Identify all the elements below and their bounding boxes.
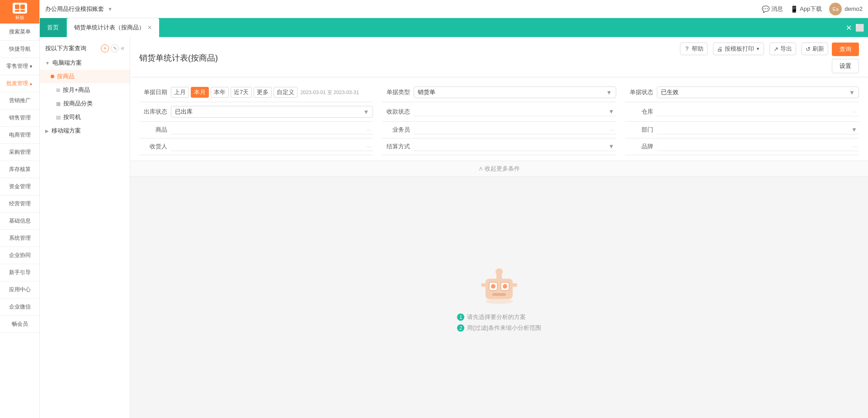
page-actions: ？ 帮助 🖨 按模板打印 ▼ ↗ 导出 [680, 43, 828, 55]
date-btn-this-year[interactable]: 本年 [211, 87, 229, 98]
filter-doc-status: 单据状态 已生效 ▼ [625, 83, 859, 102]
date-btn-custom[interactable]: 自定义 [274, 87, 297, 98]
tab-sales-stat[interactable]: 销货单统计计表（按商品） ✕ [67, 18, 159, 37]
date-btn-this-month[interactable]: 本月 [191, 87, 209, 98]
query-button[interactable]: 查询 [832, 43, 859, 56]
left-panel-header: 按以下方案查询 + ✎ « [40, 41, 130, 56]
tree-item-by-product-category[interactable]: ▦ 按商品分类 [40, 97, 130, 110]
receiver-dots-icon[interactable]: ··· [366, 143, 371, 150]
tab-close-icon[interactable]: ✕ [147, 24, 152, 31]
refresh-icon: ↺ [806, 46, 811, 52]
date-btn-last-7days[interactable]: 近7天 [231, 87, 252, 98]
receiver-control[interactable]: ··· [171, 142, 373, 151]
payment-status-control[interactable]: ▼ [414, 107, 616, 116]
user-menu[interactable]: Ea demo2 [829, 3, 863, 15]
sidebar-item-wholesale[interactable]: 批发管理 ▲ [0, 75, 39, 92]
sidebar-item-retail[interactable]: 零售管理 ▼ [0, 58, 39, 75]
sidebar-item-operation[interactable]: 经营管理 [0, 195, 39, 213]
topbar: 办公用品行业模拟账套 ▼ 💬 消息 📱 App下载 Ea demo2 [40, 0, 868, 18]
industry-dropdown-icon[interactable]: ▼ [108, 6, 113, 12]
tree-item-by-month-product[interactable]: ⊞ 按月+商品 [40, 83, 130, 97]
filter-section: 单据日期 上月 本月 本年 近7天 更多 自定义 20 [130, 77, 868, 161]
tab-maximize-btn[interactable]: ⬜ [855, 24, 864, 32]
svg-rect-10 [492, 293, 506, 296]
date-btn-last-month[interactable]: 上月 [171, 87, 189, 98]
doc-type-control[interactable]: 销货单 ▼ [414, 86, 616, 98]
help-icon: ？ [684, 45, 690, 53]
tree-group-pc-label: 电脑端方案 [52, 59, 82, 67]
payment-method-chevron-icon[interactable]: ▼ [609, 143, 614, 150]
department-control[interactable]: ▼ [657, 125, 859, 134]
print-chevron-icon: ▼ [756, 47, 760, 51]
sidebar-item-enterprise-wechat[interactable]: 企业微信 [0, 299, 39, 316]
sidebar-item-ecommerce[interactable]: 电商管理 [0, 127, 39, 144]
date-btn-more[interactable]: 更多 [254, 87, 272, 98]
collapse-left-btn[interactable]: « [121, 44, 124, 52]
svg-rect-3 [20, 10, 25, 12]
tab-home[interactable]: 首页 [40, 18, 66, 37]
tab-close-window-btn[interactable]: ✕ [846, 24, 852, 32]
salesperson-dots-icon[interactable]: ··· [609, 126, 614, 133]
sidebar-item-system[interactable]: 系统管理 [0, 230, 39, 247]
product-control[interactable]: ··· [171, 125, 373, 134]
right-panel: 销货单统计表(按商品) ？ 帮助 🖨 按模板打印 ▼ [130, 37, 868, 418]
app-download-btn[interactable]: 📱 App下载 [790, 5, 822, 13]
refresh-btn[interactable]: ↺ 刷新 [802, 43, 828, 55]
sidebar-item-quick-nav[interactable]: 快捷导航 [0, 41, 39, 58]
topbar-right: 💬 消息 📱 App下载 Ea demo2 [762, 3, 863, 15]
edit-scheme-btn[interactable]: ✎ [111, 44, 119, 52]
help-btn[interactable]: ？ 帮助 [680, 43, 708, 55]
warehouse2-dots-icon[interactable]: ··· [852, 108, 857, 115]
tree-group-mobile-label: 移动端方案 [52, 127, 81, 135]
sidebar-item-finance[interactable]: 资金管理 [0, 178, 39, 195]
svg-rect-0 [15, 5, 19, 9]
page-title: 销货单统计表(按商品) [139, 52, 218, 63]
left-panel-title: 按以下方案查询 [45, 44, 86, 52]
product-dots-icon[interactable]: ··· [366, 126, 371, 133]
doc-status-control[interactable]: 已生效 ▼ [657, 86, 859, 98]
add-scheme-btn[interactable]: + [101, 44, 109, 52]
department-chevron-icon[interactable]: ▼ [851, 126, 857, 133]
warehouse2-control[interactable]: ··· [657, 107, 859, 116]
sidebar-item-marketing[interactable]: 营销推广 [0, 92, 39, 109]
template-print-btn[interactable]: 🖨 按模板打印 ▼ [713, 43, 764, 55]
filter-brand: 品牌 ··· [625, 138, 859, 155]
tree-item-by-product[interactable]: 按商品 [40, 70, 130, 83]
sidebar-item-inventory[interactable]: 库存核算 [0, 161, 39, 178]
salesperson-control[interactable]: ··· [414, 125, 616, 134]
doc-status-chevron-icon[interactable]: ▼ [849, 89, 855, 96]
grid-icon: ⊞ [56, 87, 60, 93]
sidebar-item-sales[interactable]: 销售管理 [0, 109, 39, 127]
filter-warehouse2: 仓库 ··· [625, 102, 859, 122]
empty-text: 1 请先选择要分析的方案 2 用[过滤]条件来缩小分析范围 [457, 313, 541, 335]
sidebar-item-new-guide[interactable]: 新手引导 [0, 264, 39, 281]
sidebar-item-basic[interactable]: 基础信息 [0, 213, 39, 230]
chevron-down-icon: ▼ [29, 64, 33, 69]
sidebar-item-member[interactable]: 畅会员 [0, 316, 39, 333]
sidebar-item-search-menu[interactable]: 搜索菜单 [0, 24, 39, 41]
settings-button[interactable]: 设置 [832, 59, 859, 73]
sidebar-item-app-center[interactable]: 应用中心 [0, 281, 39, 299]
date-filter-control: 上月 本月 本年 近7天 更多 自定义 2023-03-01 至 2023-03… [171, 87, 373, 98]
message-btn[interactable]: 💬 消息 [762, 5, 783, 13]
export-btn[interactable]: ↗ 导出 [769, 43, 796, 55]
filter-date: 单据日期 上月 本月 本年 近7天 更多 自定义 20 [139, 83, 373, 102]
payment-status-chevron-icon[interactable]: ▼ [609, 108, 614, 115]
sidebar-item-purchase[interactable]: 采购管理 [0, 144, 39, 161]
warehouse-status-value: 已出库 [175, 108, 193, 116]
brand-control[interactable]: ··· [657, 142, 859, 151]
tree-item-by-month-product-label: 按月+商品 [63, 86, 90, 94]
tree-item-by-cashier[interactable]: ▤ 按司机 [40, 110, 130, 124]
brand-dots-icon[interactable]: ··· [852, 143, 857, 150]
tree-group-mobile[interactable]: ▶ 移动端方案 [40, 124, 130, 138]
filter-receiver: 收货人 ··· [139, 138, 373, 155]
warehouse-status-control[interactable]: 已出库 ▼ [171, 106, 373, 118]
payment-status-label: 收款状态 [382, 108, 414, 116]
sidebar-item-enterprise-collab[interactable]: 企业协同 [0, 247, 39, 264]
tree-group-pc[interactable]: ▼ 电脑端方案 [40, 56, 130, 70]
payment-method-control[interactable]: ▼ [414, 142, 616, 151]
sidebar: 标版 搜索菜单 快捷导航 零售管理 ▼ 批发管理 ▲ 营销推广 销售管理 电商管… [0, 0, 40, 418]
doc-type-chevron-icon[interactable]: ▼ [606, 89, 612, 96]
warehouse-status-chevron-icon[interactable]: ▼ [363, 109, 369, 115]
collapse-filter-bar[interactable]: ∧ 收起更多条件 [130, 161, 868, 177]
